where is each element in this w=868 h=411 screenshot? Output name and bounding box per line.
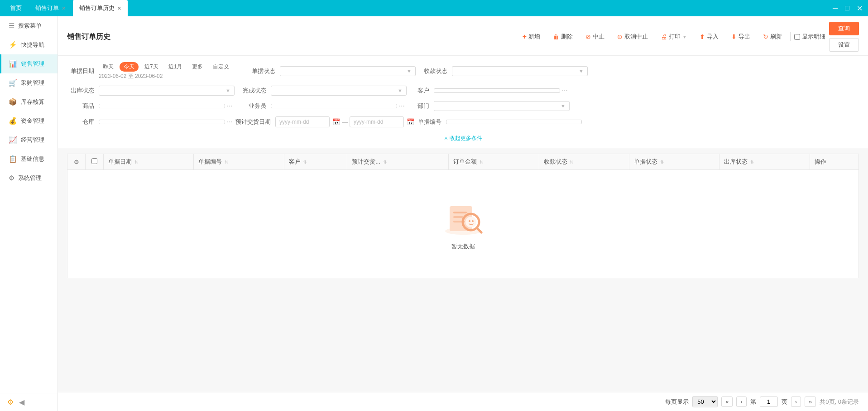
tab-home-label: 首页 [10, 4, 22, 12]
complete-status-select[interactable]: ▼ [271, 86, 407, 96]
sidebar-item-purchase-mgmt[interactable]: 🛒 采购管理 [0, 73, 58, 92]
product-dots-button[interactable]: ··· [225, 102, 235, 110]
warehouse-dots-button[interactable]: ··· [225, 118, 235, 126]
col-settings[interactable]: ⚙ [67, 154, 86, 170]
bill-status-select[interactable]: ▼ [280, 66, 416, 76]
top-bar-controls: ─ □ ✕ [831, 3, 864, 14]
date-yesterday[interactable]: 昨天 [99, 62, 118, 72]
content-header: 销售订单历史 + 新增 🗑 删除 ⊘ 中止 ⊙ 取消中止 [58, 16, 868, 56]
expected-delivery-from[interactable]: yyyy-mm-dd [275, 116, 330, 127]
payment-status-label: 收款状态 [416, 67, 452, 75]
maximize-button[interactable]: □ [843, 3, 851, 13]
refresh-button[interactable]: ↻ 刷新 [758, 30, 786, 43]
sidebar-item-sales-mgmt-label: 销售管理 [21, 60, 44, 68]
empty-illustration [438, 197, 488, 242]
warehouse-label: 仓库 [67, 118, 99, 126]
show-details-input[interactable] [794, 34, 800, 40]
svg-rect-2 [453, 212, 467, 213]
show-details-checkbox[interactable]: 显示明细 [794, 33, 825, 41]
cal-from-icon[interactable]: 📅 [332, 118, 340, 126]
col-payment-status[interactable]: 收款状态 ⇅ [539, 154, 629, 170]
sidebar-item-sales-mgmt[interactable]: 📊 销售管理 [0, 54, 58, 73]
sidebar-settings-icon[interactable]: ⚙ [7, 398, 14, 406]
filter-row-3: 商品 ··· 业务员 ··· 部门 ▼ [67, 101, 859, 111]
sidebar-item-operations[interactable]: 📈 经营管理 [0, 131, 58, 150]
col-checkbox[interactable] [86, 154, 104, 170]
warehouse-input[interactable] [99, 120, 225, 124]
first-page-button[interactable]: « [721, 396, 733, 407]
export-button[interactable]: ⬇ 导出 [727, 30, 755, 43]
customer-dots-button[interactable]: ··· [560, 87, 570, 95]
tab-home[interactable]: 首页 [4, 0, 28, 16]
col-bill-no[interactable]: 单据编号 ⇅ [194, 154, 284, 170]
print-button[interactable]: 🖨 打印 ▼ [656, 30, 691, 43]
delete-icon: 🗑 [553, 33, 559, 40]
date-more[interactable]: 更多 [188, 62, 207, 72]
next-page-button[interactable]: › [791, 396, 801, 407]
date-today[interactable]: 今天 [120, 62, 139, 72]
table-settings-icon[interactable]: ⚙ [74, 159, 79, 165]
window-close-button[interactable]: ✕ [855, 3, 864, 14]
col-customer[interactable]: 客户 ⇅ [284, 154, 347, 170]
prev-page-button[interactable]: ‹ [736, 396, 746, 407]
product-input[interactable] [99, 104, 225, 108]
col-bill-status-sort-icon: ⇅ [660, 160, 664, 164]
date-custom[interactable]: 自定义 [209, 62, 233, 72]
date-7days[interactable]: 近7天 [140, 62, 163, 72]
svg-point-6 [465, 217, 476, 227]
cancel-stop-button[interactable]: ⊙ 取消中止 [613, 30, 652, 43]
filter-area: 单据日期 昨天 今天 近7天 近1月 更多 自定义 2023-06-02 至 2… [58, 56, 868, 148]
purchase-mgmt-icon: 🛒 [9, 79, 17, 87]
sidebar-item-sys-mgmt-label: 系统管理 [18, 174, 42, 182]
sidebar-item-search-menu[interactable]: ☰ 搜索菜单 [0, 16, 58, 35]
payment-status-select[interactable]: ▼ [452, 66, 588, 76]
page-title: 销售订单历史 [67, 32, 110, 42]
bill-no-input[interactable] [446, 120, 582, 124]
sidebar-bottom: ⚙ ◀ [0, 393, 58, 411]
sidebar-item-sys-mgmt[interactable]: ⚙ 系统管理 [0, 169, 58, 188]
sidebar-item-inventory[interactable]: 📦 库存核算 [0, 92, 58, 111]
sidebar-item-inventory-label: 库存核算 [21, 98, 44, 106]
settings-button[interactable]: 设置 [829, 38, 859, 52]
outbound-status-select[interactable]: ▼ [99, 86, 235, 96]
page-size-select[interactable]: 10 20 50 100 [692, 396, 718, 407]
col-order-amount-label: 订单金额 [453, 158, 477, 165]
col-order-amount-sort-icon: ⇅ [480, 160, 483, 164]
sidebar-item-finance[interactable]: 💰 资金管理 [0, 111, 58, 131]
last-page-button[interactable]: » [805, 396, 816, 407]
col-order-amount[interactable]: 订单金额 ⇅ [449, 154, 539, 170]
tab-sales-order-history-close[interactable]: ✕ [117, 5, 121, 11]
sidebar-item-quick-nav[interactable]: ⚡ 快捷导航 [0, 35, 58, 54]
new-icon: + [523, 33, 527, 41]
salesperson-dots-button[interactable]: ··· [397, 102, 407, 110]
col-bill-date[interactable]: 单据日期 ⇅ [104, 154, 194, 170]
sidebar-item-base-info[interactable]: 📋 基础信息 [0, 150, 58, 169]
tab-sales-order-history[interactable]: 销售订单历史 ✕ [73, 0, 128, 16]
minimize-button[interactable]: ─ [831, 3, 839, 13]
dept-select[interactable]: ▼ [434, 101, 570, 111]
query-button[interactable]: 查询 [829, 22, 859, 35]
import-icon: ⬆ [700, 33, 705, 40]
select-all-checkbox[interactable] [91, 158, 97, 164]
col-outbound-status[interactable]: 出库状态 ⇅ [719, 154, 810, 170]
sidebar-collapse-icon[interactable]: ◀ [19, 398, 24, 406]
refresh-icon: ↻ [763, 33, 768, 40]
cal-to-icon[interactable]: 📅 [407, 118, 414, 126]
page-number-input[interactable]: 1 [760, 396, 778, 407]
customer-input[interactable] [434, 88, 560, 93]
salesperson-input[interactable] [271, 104, 397, 108]
import-button[interactable]: ⬆ 导入 [695, 30, 723, 43]
new-button[interactable]: + 新增 [518, 30, 545, 43]
print-arrow-icon: ▼ [682, 34, 687, 39]
tab-sales-order-close[interactable]: ✕ [62, 5, 66, 11]
expected-delivery-to[interactable]: yyyy-mm-dd [350, 116, 404, 127]
date-range-display: 2023-06-02 至 2023-06-02 [99, 73, 244, 80]
col-expected-delivery[interactable]: 预计交货... ⇅ [347, 154, 449, 170]
delete-button[interactable]: 🗑 删除 [548, 30, 577, 43]
collapse-bar[interactable]: ∧ 收起更多条件 [67, 133, 859, 144]
stop-button[interactable]: ⊘ 中止 [581, 30, 609, 43]
sidebar-item-finance-label: 资金管理 [21, 117, 44, 125]
tab-sales-order[interactable]: 销售订单 ✕ [29, 0, 72, 16]
date-1month[interactable]: 近1月 [164, 62, 187, 72]
col-bill-status[interactable]: 单据状态 ⇅ [629, 154, 719, 170]
